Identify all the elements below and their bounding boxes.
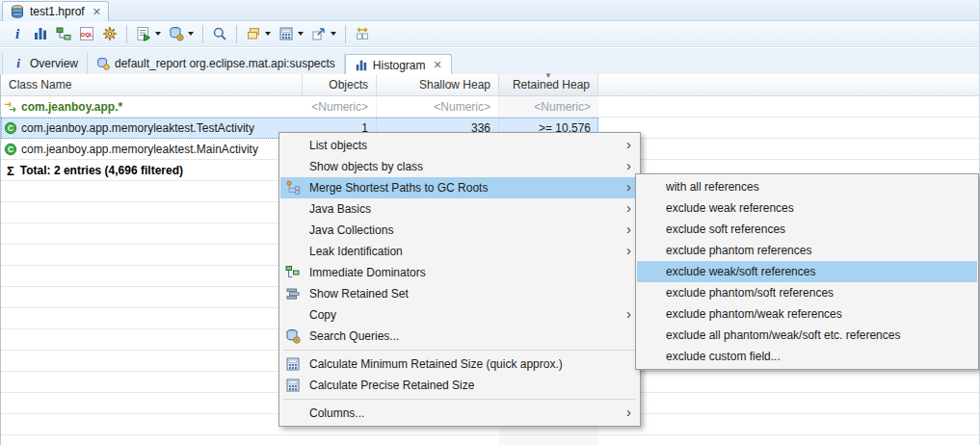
total-label: Total: 2 entries (4,696 filtered) (20, 164, 183, 177)
menu-item-show-objects-by-class[interactable]: Show objects by class› (280, 156, 639, 177)
menu-item-leak-identification[interactable]: Leak Identification› (280, 241, 639, 262)
menu-item-label: exclude weak references (666, 201, 794, 215)
menu-item-exclude-all-phantom-weak-soft-etc-references[interactable]: exclude all phantom/weak/soft etc. refer… (637, 325, 977, 346)
menu-item-exclude-phantom-soft-references[interactable]: exclude phantom/soft references (637, 282, 977, 303)
class-name-cell: com.jeanboy.app.memoryleaktest.MainActiv… (21, 143, 258, 156)
query-browser-dropdown[interactable] (165, 23, 198, 45)
editor-tab-bar: test1.hprof ✕ (0, 0, 979, 21)
compare-tables-button[interactable] (351, 23, 374, 45)
menu-item-calculate-precise-retained-size[interactable]: Calculate Precise Retained Size (280, 375, 639, 396)
menu-item-label: exclude weak/soft references (666, 265, 815, 278)
svg-text:C: C (8, 123, 13, 133)
gear-button[interactable] (98, 23, 121, 45)
dominator-tree-button[interactable] (52, 23, 75, 45)
column-header-class-name[interactable]: Class Name (1, 74, 303, 95)
menu-item-label: Merge Shortest Paths to GC Roots (309, 181, 488, 195)
submenu-arrow-icon: › (626, 179, 631, 194)
dropdown-caret-icon (265, 32, 271, 36)
menu-item-exclude-phantom-references[interactable]: exclude phantom references (637, 240, 977, 261)
class-name-filter-input[interactable]: com.jeanboy.app.* (1, 96, 303, 118)
menu-item-with-all-references[interactable]: with all references (637, 176, 977, 197)
menu-separator (283, 350, 636, 351)
submenu-arrow-icon: › (626, 200, 631, 215)
submenu-arrow-icon: › (626, 405, 631, 419)
histogram-icon (33, 26, 48, 41)
immediate-dominators-icon (285, 265, 301, 280)
toolbar-separator (126, 25, 127, 43)
info-icon: i (12, 57, 25, 70)
submenu-arrow-icon: › (626, 222, 631, 236)
editor-tab-test1-hprof[interactable]: test1.hprof ✕ (2, 1, 109, 21)
submenu-arrow-icon: › (626, 243, 631, 257)
column-header-shallow-heap[interactable]: Shallow Heap (377, 74, 499, 95)
export-icon (311, 26, 327, 41)
dropdown-caret-icon (331, 32, 336, 36)
menu-item-java-basics[interactable]: Java Basics› (280, 198, 639, 220)
menu-item-exclude-phantom-weak-references[interactable]: exclude phantom/weak references (637, 303, 977, 325)
menu-separator (283, 399, 636, 400)
tab-overview[interactable]: i Overview (2, 53, 88, 74)
menu-item-label: exclude soft references (666, 222, 785, 236)
column-header-objects[interactable]: Objects (303, 74, 377, 95)
retained-heap-filter-input[interactable]: <Numeric> (499, 96, 598, 118)
gc-roots-submenu: with all referencesexclude weak referenc… (635, 173, 979, 370)
show-retained-set-icon (285, 286, 301, 301)
menu-item-label: Show objects by class (309, 160, 423, 173)
menu-item-exclude-weak-soft-references[interactable]: exclude weak/soft references (637, 261, 977, 282)
export-dropdown[interactable] (307, 23, 340, 45)
menu-item-calculate-minimum-retained-size-quick-approx[interactable]: Calculate Minimum Retained Size (quick a… (280, 353, 639, 375)
database-gear-icon (169, 26, 184, 41)
svg-text:C: C (8, 144, 13, 154)
search-button[interactable] (208, 23, 231, 45)
svg-text:i: i (16, 57, 20, 70)
menu-item-label: List objects (309, 139, 367, 152)
menu-item-list-objects[interactable]: List objects› (280, 135, 639, 156)
menu-item-label: exclude phantom references (666, 244, 811, 257)
grouping-dropdown[interactable] (242, 23, 275, 45)
menu-item-merge-shortest-paths-to-gc-roots[interactable]: Merge Shortest Paths to GC Roots› (280, 177, 639, 198)
group-packages-icon (246, 26, 261, 41)
menu-item-columns[interactable]: Columns...› (280, 403, 639, 424)
menu-item-label: Java Basics (309, 202, 371, 216)
menu-item-exclude-custom-field[interactable]: exclude custom field... (637, 346, 977, 367)
dropdown-caret-icon (188, 32, 194, 36)
info-button[interactable]: i (6, 23, 29, 45)
menu-item-copy[interactable]: Copy› (280, 304, 639, 326)
menu-item-label: Copy (309, 308, 336, 322)
menu-item-exclude-weak-references[interactable]: exclude weak references (637, 197, 977, 219)
gear-icon (102, 26, 118, 41)
tab-default-report[interactable]: default_report org.eclipse.mat.api:suspe… (88, 53, 345, 74)
tab-histogram[interactable]: Histogram ✕ (345, 54, 452, 75)
heap-dump-icon (10, 4, 25, 19)
toolbar-separator (345, 25, 346, 43)
search-icon (212, 26, 227, 41)
menu-item-label: exclude all phantom/weak/soft etc. refer… (666, 328, 900, 342)
menu-item-label: exclude custom field... (666, 350, 781, 363)
calculator-icon (285, 378, 301, 393)
submenu-arrow-icon: › (626, 306, 631, 321)
calculate-retained-size-dropdown[interactable] (275, 23, 307, 45)
menu-item-label: Java Collections (309, 223, 393, 237)
menu-item-search-queries[interactable]: Search Queries... (280, 326, 639, 347)
class-icon: C (4, 121, 17, 135)
objects-filter-input[interactable]: <Numeric> (303, 96, 377, 118)
submenu-arrow-icon: › (626, 137, 631, 151)
compare-tables-icon (355, 26, 370, 41)
oql-button[interactable]: OQL (75, 23, 98, 45)
close-icon[interactable]: ✕ (93, 7, 101, 17)
shallow-heap-filter-input[interactable]: <Numeric> (377, 96, 499, 118)
column-header-retained-heap[interactable]: ▾ Retained Heap (499, 74, 598, 95)
menu-item-java-collections[interactable]: Java Collections› (280, 220, 639, 241)
menu-item-exclude-soft-references[interactable]: exclude soft references (637, 219, 977, 240)
menu-item-show-retained-set[interactable]: Show Retained Set (280, 283, 639, 304)
menu-item-label: Calculate Minimum Retained Size (quick a… (309, 357, 563, 371)
expert-report-dropdown[interactable] (132, 23, 165, 45)
sigma-icon: Σ (4, 164, 14, 178)
close-icon[interactable]: ✕ (434, 60, 442, 70)
menu-item-label: Show Retained Set (309, 287, 409, 301)
merge-paths-icon (285, 180, 301, 196)
histogram-button[interactable] (29, 23, 52, 45)
class-icon: C (4, 143, 17, 156)
menu-item-immediate-dominators[interactable]: Immediate Dominators (280, 262, 639, 283)
menu-item-label: with all references (666, 180, 759, 194)
